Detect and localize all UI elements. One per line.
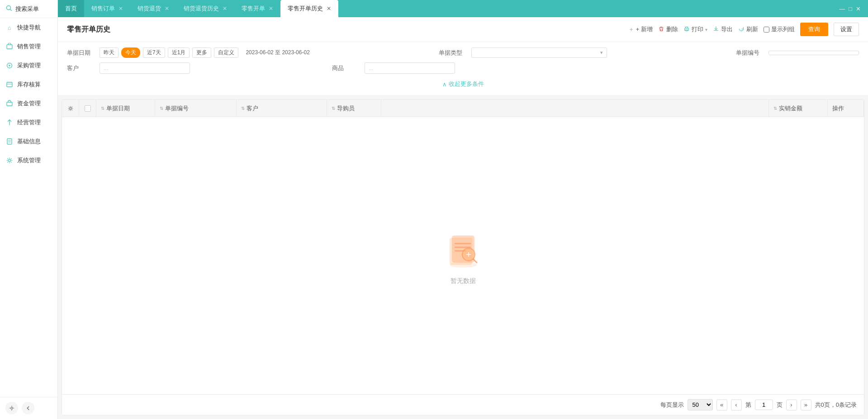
main-area: 首页 销售订单 ✕ 销货退货 ✕ 销货退货历史 ✕ 零售开单 ✕ 零售开单历史 …: [58, 0, 868, 419]
export-button[interactable]: 导出: [713, 25, 733, 33]
purchase-icon: [5, 61, 14, 70]
delete-icon: [658, 26, 664, 33]
tab-sales-return-label: 销货退货: [138, 5, 161, 13]
page-suffix: 页: [777, 401, 783, 409]
refresh-icon: [738, 26, 745, 33]
page-header: 零售开单历史 ＋ + 新增 删除 打印 ▾: [58, 17, 868, 42]
sort-icon: ⇅: [332, 106, 335, 111]
th-guide[interactable]: ⇅ 导购员: [327, 100, 381, 117]
th-empty: [381, 100, 769, 117]
sort-icon: ⇅: [773, 106, 777, 111]
filter-row-1: 单据日期 昨天 今天 近7天 近1月 更多 自定义 2023-06-02 至 2…: [67, 47, 859, 58]
tab-home[interactable]: 首页: [58, 0, 84, 17]
date-btn-more[interactable]: 更多: [192, 47, 211, 58]
doc-number-input[interactable]: [768, 51, 859, 55]
close-window-button[interactable]: ✕: [856, 5, 861, 12]
minimize-button[interactable]: —: [839, 5, 845, 12]
th-settings[interactable]: [62, 100, 79, 117]
tab-sales-return-history[interactable]: 销货退货历史 ✕: [176, 0, 234, 17]
tab-sales-order[interactable]: 销售订单 ✕: [84, 0, 130, 17]
date-btn-1month[interactable]: 近1月: [168, 47, 190, 58]
select-all-checkbox[interactable]: [85, 105, 91, 112]
date-btn-today[interactable]: 今天: [121, 47, 140, 58]
tab-sales-return-close[interactable]: ✕: [165, 5, 169, 12]
search-icon: [5, 5, 13, 13]
finance-icon: [5, 99, 14, 108]
tab-sales-order-close[interactable]: ✕: [119, 5, 123, 12]
product-input[interactable]: ...: [365, 62, 455, 74]
sidebar-item-purchase-mgmt[interactable]: 采购管理: [0, 56, 57, 75]
chevron-down-icon: ▾: [600, 50, 603, 56]
sidebar-item-operations[interactable]: 经营管理: [0, 113, 57, 132]
tab-retail-history[interactable]: 零售开单历史 ✕: [280, 0, 338, 17]
collapse-filter-button[interactable]: ∧ 收起更多条件: [67, 78, 859, 90]
th-date[interactable]: ⇅ 单据日期: [96, 100, 155, 117]
th-amount[interactable]: ⇅ 实销金额: [769, 100, 828, 117]
sidebar-item-sales-mgmt[interactable]: 销售管理: [0, 37, 57, 56]
svg-line-1: [10, 9, 12, 11]
next-page-button[interactable]: ›: [786, 400, 797, 410]
tab-retail-open[interactable]: 零售开单 ✕: [234, 0, 280, 17]
svg-point-0: [7, 6, 11, 10]
sort-icon: ⇅: [160, 106, 163, 111]
print-button[interactable]: 打印 ▾: [683, 25, 707, 33]
last-page-button[interactable]: »: [801, 400, 811, 410]
query-button[interactable]: 查询: [800, 23, 828, 36]
tab-sales-return[interactable]: 销货退货 ✕: [130, 0, 176, 17]
th-number[interactable]: ⇅ 单据编号: [155, 100, 237, 117]
display-cols-button[interactable]: 显示列组: [764, 25, 795, 33]
sidebar-item-system[interactable]: 系统管理: [0, 151, 57, 170]
table-header: ⇅ 单据日期 ⇅ 单据编号 ⇅ 客户 ⇅ 导购员 ⇅ 实销: [62, 100, 864, 117]
date-range-display: 2023-06-02 至 2023-06-02: [246, 49, 309, 56]
sidebar: 搜索采单 ⌂ 快捷导航 销售管理 采购管理 库存核算: [0, 0, 58, 419]
customer-input[interactable]: ...: [100, 62, 190, 74]
first-page-button[interactable]: «: [716, 400, 727, 410]
date-btn-7days[interactable]: 近7天: [143, 47, 165, 58]
svg-rect-4: [7, 82, 12, 87]
delete-button[interactable]: 删除: [658, 25, 678, 33]
sidebar-search[interactable]: 搜索采单: [0, 0, 57, 18]
sidebar-item-quick-nav[interactable]: ⌂ 快捷导航: [0, 18, 57, 37]
date-btn-yesterday[interactable]: 昨天: [100, 47, 119, 58]
per-page-select[interactable]: 50 100 200: [688, 399, 713, 410]
toolbar: ＋ + 新增 删除 打印 ▾: [628, 23, 859, 36]
sidebar-item-label: 快捷导航: [17, 24, 41, 32]
add-button[interactable]: ＋ + 新增: [628, 25, 653, 33]
page-prefix: 第: [745, 401, 751, 409]
sidebar-menu: ⌂ 快捷导航 销售管理 采购管理 库存核算 资金管理: [0, 18, 57, 397]
th-customer[interactable]: ⇅ 客户: [237, 100, 327, 117]
sales-icon: [5, 42, 14, 51]
sidebar-item-inventory[interactable]: 库存核算: [0, 75, 57, 94]
tab-retail-history-close[interactable]: ✕: [327, 5, 331, 12]
page-input[interactable]: [755, 400, 773, 410]
date-btn-custom[interactable]: 自定义: [214, 47, 238, 58]
doc-type-select[interactable]: ▾: [471, 47, 607, 58]
sidebar-footer: [0, 397, 57, 419]
tab-retail-open-label: 零售开单: [242, 5, 265, 13]
sidebar-item-label: 系统管理: [17, 156, 41, 165]
product-label: 商品: [332, 64, 357, 72]
maximize-button[interactable]: □: [849, 5, 852, 12]
tab-retail-open-close[interactable]: ✕: [269, 5, 273, 12]
customer-label: 客户: [67, 64, 92, 72]
total-info: 共0页，0条记录: [815, 401, 857, 409]
collapse-sidebar-button[interactable]: [22, 402, 34, 414]
tab-sales-return-history-close[interactable]: ✕: [223, 5, 227, 12]
filter-row-2: 客户 ... 商品 ...: [67, 62, 859, 74]
settings-query-button[interactable]: 设置: [834, 23, 859, 36]
tab-sales-return-history-label: 销货退货历史: [184, 5, 219, 13]
operations-icon: [5, 118, 14, 127]
th-checkbox[interactable]: [79, 100, 96, 117]
tab-bar: 首页 销售订单 ✕ 销货退货 ✕ 销货退货历史 ✕ 零售开单 ✕ 零售开单历史 …: [58, 0, 868, 17]
add-icon: ＋: [628, 25, 634, 33]
prev-page-button[interactable]: ‹: [731, 400, 742, 410]
sidebar-item-basic-info[interactable]: 基础信息: [0, 132, 57, 151]
doc-type-label: 单据类型: [439, 49, 464, 57]
sort-icon: ⇅: [241, 106, 245, 111]
date-filter-buttons: 昨天 今天 近7天 近1月 更多 自定义: [100, 47, 238, 58]
display-cols-checkbox[interactable]: [764, 27, 769, 33]
per-page-label: 每页显示: [660, 401, 684, 409]
settings-button[interactable]: [5, 402, 18, 414]
refresh-button[interactable]: 刷新: [738, 25, 758, 33]
sidebar-item-finance[interactable]: 资金管理: [0, 94, 57, 113]
